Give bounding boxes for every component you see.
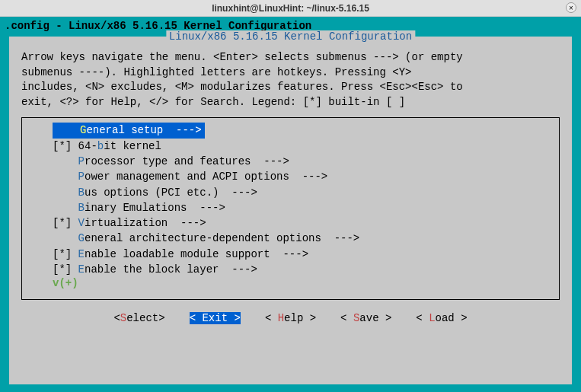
window-title: linuxhint@LinuxHint: ~/linux-5.16.15	[212, 3, 369, 14]
select-button[interactable]: <Select>	[113, 312, 164, 324]
menu-item-loadable-modules[interactable]: [*] Enable loadable module support --->	[22, 247, 559, 262]
menu-item-arch-options[interactable]: General architecture-dependent options -…	[22, 231, 559, 246]
help-line: exit, <?> for Help, </> for Search. Lege…	[21, 95, 560, 110]
help-line: Arrow keys navigate the menu. <Enter> se…	[21, 50, 560, 65]
scroll-down-indicator: v(+)	[22, 277, 559, 289]
button-bar: <Select> < Exit > < Help > < Save > < Lo…	[21, 312, 560, 324]
terminal-area: .config - Linux/x86 5.16.15 Kernel Confi…	[0, 17, 581, 392]
menu-list: General setup ---> [*] 64-bit kernel Pro…	[21, 117, 560, 300]
menu-item-power[interactable]: Power management and ACPI options --->	[22, 169, 559, 184]
help-button[interactable]: < Help >	[265, 312, 316, 324]
config-panel: Linux/x86 5.16.15 Kernel Configuration A…	[9, 37, 572, 384]
help-line: submenus ----). Highlighted letters are …	[21, 65, 560, 81]
exit-button[interactable]: < Exit >	[190, 312, 241, 324]
window-titlebar: linuxhint@LinuxHint: ~/linux-5.16.15 ×	[0, 0, 581, 17]
menu-item-block-layer[interactable]: [*] Enable the block layer --->	[22, 262, 559, 277]
menu-item-processor[interactable]: Processor type and features --->	[22, 154, 559, 169]
menu-item-bus[interactable]: Bus options (PCI etc.) --->	[22, 185, 559, 200]
save-button[interactable]: < Save >	[340, 312, 391, 324]
menu-item-binary-emu[interactable]: Binary Emulations --->	[22, 200, 559, 215]
load-button[interactable]: < Load >	[416, 312, 467, 324]
help-text: Arrow keys navigate the menu. <Enter> se…	[21, 50, 560, 110]
help-line: includes, <N> excludes, <M> modularizes …	[21, 80, 560, 95]
menu-item-64bit-kernel[interactable]: [*] 64-bit kernel	[22, 139, 559, 154]
panel-title: Linux/x86 5.16.15 Kernel Configuration	[166, 30, 415, 43]
menu-item-general-setup[interactable]: General setup --->	[22, 123, 559, 138]
menu-item-virtualization[interactable]: [*] Virtualization --->	[22, 215, 559, 231]
close-icon[interactable]: ×	[566, 2, 576, 13]
